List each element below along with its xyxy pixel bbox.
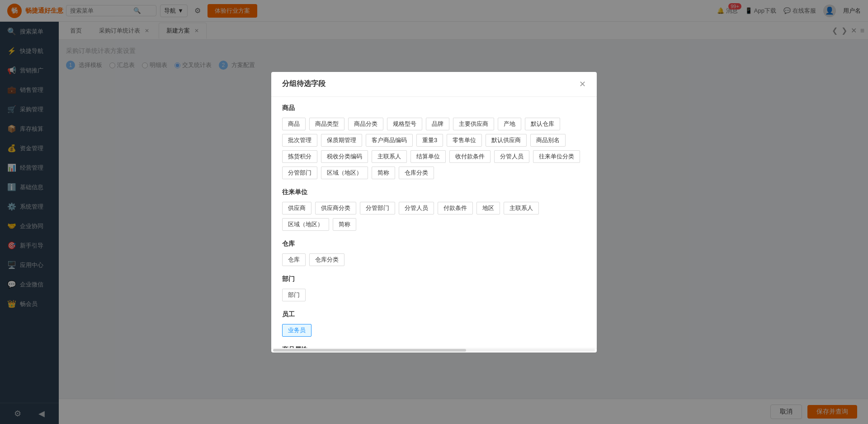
dialog: 分组待选字段 ✕ 商品 商品 商品类型 商品分类 规格型号 品牌 主要供应商 产…: [271, 72, 597, 85]
dialog-header: 分组待选字段 ✕: [271, 72, 597, 85]
dialog-overlay: 分组待选字段 ✕ 商品 商品 商品类型 商品分类 规格型号 品牌 主要供应商 产…: [0, 0, 868, 84]
dialog-title: 分组待选字段: [282, 79, 326, 84]
dialog-close-button[interactable]: ✕: [579, 79, 586, 85]
